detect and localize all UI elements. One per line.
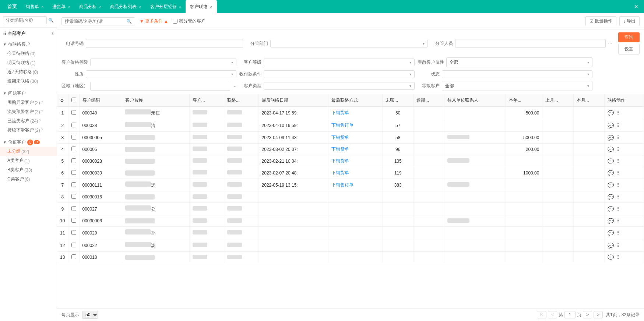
sidebar-group-problems-title[interactable]: ▼ 问题客户: [0, 89, 57, 98]
contact-icon[interactable]: 💬: [608, 110, 614, 116]
contact-icon[interactable]: 💬: [608, 254, 614, 260]
close-tab-5-icon[interactable]: ×: [210, 4, 212, 9]
nav-tab-segment[interactable]: 客户分层经营 ×: [146, 0, 186, 13]
status-select[interactable]: ▾: [442, 70, 592, 78]
search-input[interactable]: [65, 19, 126, 24]
more-action-icon[interactable]: ⠿: [616, 147, 620, 152]
sidebar-item-class-b[interactable]: B类客户 (33): [0, 165, 57, 174]
last-page-button[interactable]: >: [594, 311, 603, 318]
sidebar-search-input[interactable]: [3, 16, 47, 24]
more-action-icon[interactable]: ⠿: [616, 230, 620, 236]
query-button[interactable]: 查询: [618, 32, 640, 42]
close-tab-4-icon[interactable]: ×: [179, 4, 181, 9]
row-checkbox[interactable]: [71, 170, 76, 175]
settings-icon[interactable]: ⚙: [60, 98, 64, 103]
th-settings[interactable]: ⚙: [57, 94, 68, 107]
sidebar-item-ungroup[interactable]: 未分组 (32): [0, 147, 57, 156]
row-checkbox[interactable]: [71, 135, 76, 140]
row-contact-method-link[interactable]: 下销货单: [331, 170, 349, 175]
sidebar-group-value-title[interactable]: ▼ 价值客户 C ↺: [0, 138, 57, 147]
my-customers-checkbox[interactable]: [173, 19, 177, 24]
nav-tab-analysis[interactable]: 商品分析 ×: [75, 0, 106, 13]
select-all-checkbox[interactable]: [71, 98, 76, 102]
close-tab-2-icon[interactable]: ×: [99, 4, 101, 9]
more-conditions-btn[interactable]: ▼ 更多条件 ▲: [140, 18, 168, 24]
more-action-icon[interactable]: ⠿: [616, 182, 620, 188]
row-contact-method-link[interactable]: 下销货单: [331, 147, 349, 152]
row-checkbox[interactable]: [71, 218, 76, 223]
more-action-icon[interactable]: ⠿: [616, 170, 620, 176]
more-action-icon[interactable]: ⠿: [616, 206, 620, 212]
sidebar-item-class-c[interactable]: C类客户 (6): [0, 174, 57, 184]
more-action-icon[interactable]: ⠿: [616, 194, 620, 200]
sidebar-group-pending-title[interactable]: ▼ 待联络客户: [0, 40, 57, 49]
row-checkbox[interactable]: [71, 243, 76, 247]
more-action-icon[interactable]: ⠿: [616, 123, 620, 128]
row-checkbox[interactable]: [71, 147, 76, 151]
nav-tab-purchase[interactable]: 进货单 ×: [48, 0, 74, 13]
export-button[interactable]: ↓ 导出: [619, 16, 640, 26]
collapse-icon[interactable]: 《: [50, 31, 54, 36]
close-tab-0-icon[interactable]: ×: [41, 4, 43, 9]
contact-icon[interactable]: 💬: [608, 158, 614, 164]
sidebar-item-today[interactable]: 今天待联络 (0): [0, 49, 57, 58]
payment-select[interactable]: ▾: [264, 70, 414, 78]
contact-icon[interactable]: 💬: [608, 206, 614, 212]
row-checkbox[interactable]: [71, 158, 76, 163]
sidebar-item-declining[interactable]: 持续下滑客户 (2) ?: [0, 126, 57, 135]
nav-tab-sales[interactable]: 销售单 ×: [21, 0, 48, 13]
row-checkbox[interactable]: [71, 206, 76, 211]
contact-icon[interactable]: 💬: [608, 123, 614, 128]
reset-button[interactable]: 设置: [618, 44, 640, 54]
row-contact-method-link[interactable]: 下销售订单: [331, 182, 353, 187]
first-page-button[interactable]: K: [537, 311, 546, 318]
next-page-button[interactable]: >: [583, 311, 592, 318]
contact-icon[interactable]: 💬: [608, 218, 614, 224]
batch-ops-button[interactable]: ☑ 批量操作: [585, 16, 616, 26]
sidebar-item-overdue[interactable]: 逾期未联络 (30): [0, 77, 57, 86]
contact-icon[interactable]: 💬: [608, 194, 614, 200]
region-input[interactable]: [90, 82, 230, 91]
row-contact-method-link[interactable]: 下销售订单: [331, 123, 353, 128]
row-checkbox[interactable]: [71, 254, 76, 259]
sidebar-search-icon[interactable]: 🔍: [48, 18, 54, 23]
close-tab-3-icon[interactable]: ×: [139, 4, 141, 9]
row-contact-method-link[interactable]: 下销货单: [331, 158, 349, 163]
row-checkbox[interactable]: [71, 182, 76, 187]
dept-select[interactable]: ▾: [270, 40, 427, 47]
more-action-icon[interactable]: ⠿: [616, 254, 620, 260]
nav-home[interactable]: 首页: [3, 3, 21, 10]
sidebar-item-tomorrow[interactable]: 明天待联络 (1): [0, 58, 57, 67]
more-action-icon[interactable]: ⠿: [616, 243, 620, 248]
price-level-select[interactable]: ▾: [90, 59, 236, 66]
more-action-icon[interactable]: ⠿: [616, 218, 620, 224]
scattered-attr-select[interactable]: 全部 ▾: [446, 57, 592, 67]
phone-input[interactable]: [86, 39, 243, 48]
sidebar-item-churned[interactable]: 已流失客户 (24) ?: [0, 116, 57, 126]
contact-icon[interactable]: 💬: [608, 170, 614, 176]
contact-icon[interactable]: 💬: [608, 147, 614, 152]
nav-tab-analysis-list[interactable]: 商品分析列表 ×: [106, 0, 145, 13]
customer-type-select[interactable]: ▾: [264, 82, 414, 90]
contact-icon[interactable]: 💬: [608, 243, 614, 248]
th-checkbox[interactable]: [68, 94, 79, 107]
more-action-icon[interactable]: ⠿: [616, 158, 620, 164]
contact-icon[interactable]: 💬: [608, 230, 614, 236]
region-more-icon[interactable]: ···: [232, 83, 237, 89]
window-close-icon[interactable]: ×: [631, 3, 641, 11]
search-icon-main[interactable]: 🔍: [126, 19, 132, 24]
more-action-icon[interactable]: ⠿: [616, 110, 620, 116]
row-checkbox[interactable]: [71, 230, 76, 235]
row-contact-method-link[interactable]: 下销货单: [331, 135, 349, 140]
row-checkbox[interactable]: [71, 194, 76, 199]
contact-icon[interactable]: 💬: [608, 182, 614, 188]
manager-more-icon[interactable]: ···: [608, 40, 612, 46]
manager-input[interactable]: [455, 39, 606, 48]
all-customers-section[interactable]: ⠿ 全部客户 《: [0, 28, 57, 38]
my-customers-checkbox-label[interactable]: 我分管的客户: [173, 18, 205, 24]
close-tab-1-icon[interactable]: ×: [68, 4, 70, 9]
sidebar-item-class-a[interactable]: A类客户 (1): [0, 156, 57, 165]
nav-tab-contact[interactable]: 客户联络 ×: [186, 0, 217, 13]
row-checkbox[interactable]: [71, 123, 76, 127]
sidebar-item-churn-warning[interactable]: 流失预警客户 (3) ?: [0, 107, 57, 116]
